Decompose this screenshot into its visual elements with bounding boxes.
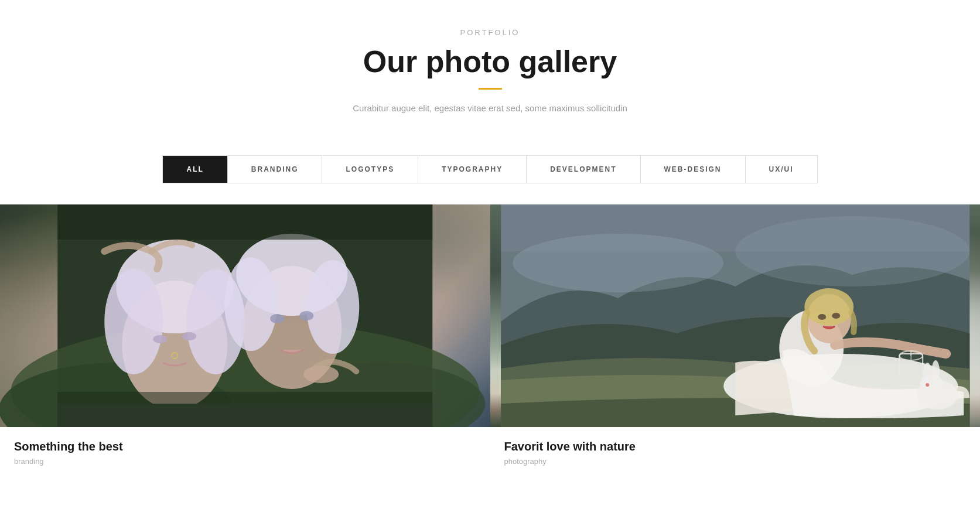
svg-point-6: [104, 269, 163, 374]
gallery-illustration-1: [0, 204, 490, 427]
title-divider: [479, 88, 502, 90]
gallery-item-1[interactable]: Something the best branding: [0, 204, 490, 482]
caption-category-1: branding: [14, 457, 476, 466]
svg-point-27: [832, 313, 840, 319]
svg-point-9: [182, 332, 196, 340]
svg-point-26: [818, 314, 826, 320]
gallery-image-1: [0, 204, 490, 427]
filter-tabs: ALL BRANDING LOGOTYPS TYPOGRAPHY DEVELOP…: [162, 155, 817, 183]
svg-rect-18: [57, 204, 432, 240]
svg-point-35: [931, 360, 940, 384]
header-section: PORTFOLIO Our photo gallery Curabitur au…: [0, 0, 980, 134]
svg-point-34: [923, 363, 931, 384]
svg-point-36: [926, 383, 929, 387]
caption-title-2: Favorit love with nature: [504, 440, 967, 453]
filter-tab-typography[interactable]: TYPOGRAPHY: [418, 156, 527, 183]
svg-point-33: [920, 374, 943, 395]
filter-tab-logotyps[interactable]: LOGOTYPS: [322, 156, 418, 183]
gallery-item-2[interactable]: Favorit love with nature photography: [490, 204, 981, 482]
svg-point-25: [804, 288, 853, 326]
filter-tab-development[interactable]: DEVELOPMENT: [527, 156, 640, 183]
subtitle-text: Curabitur augue elit, egestas vitae erat…: [338, 101, 643, 115]
filter-tab-branding[interactable]: BRANDING: [228, 156, 323, 183]
svg-point-16: [299, 311, 313, 320]
svg-point-17: [303, 366, 339, 383]
svg-point-8: [153, 335, 167, 343]
filter-tab-all[interactable]: ALL: [163, 156, 227, 183]
svg-point-14: [306, 260, 359, 354]
caption-category-2: photography: [504, 457, 967, 466]
filter-tab-web-design[interactable]: WEB-DESIGN: [641, 156, 746, 183]
page-wrapper: PORTFOLIO Our photo gallery Curabitur au…: [0, 0, 980, 482]
gallery-title: Our photo gallery: [12, 45, 968, 79]
svg-point-39: [735, 216, 969, 286]
caption-title-1: Something the best: [14, 440, 476, 453]
filter-tab-ux-ui[interactable]: UX/UI: [746, 156, 817, 183]
svg-point-38: [513, 234, 723, 292]
gallery-caption-2: Favorit love with nature photography: [490, 427, 981, 482]
svg-rect-20: [57, 404, 432, 427]
gallery-image-2: [490, 204, 981, 427]
svg-point-13: [224, 257, 277, 351]
gallery-grid: Something the best branding: [0, 204, 980, 482]
portfolio-label: PORTFOLIO: [12, 28, 968, 37]
gallery-caption-1: Something the best branding: [0, 427, 490, 482]
svg-point-15: [270, 314, 284, 323]
gallery-illustration-2: [490, 204, 981, 427]
